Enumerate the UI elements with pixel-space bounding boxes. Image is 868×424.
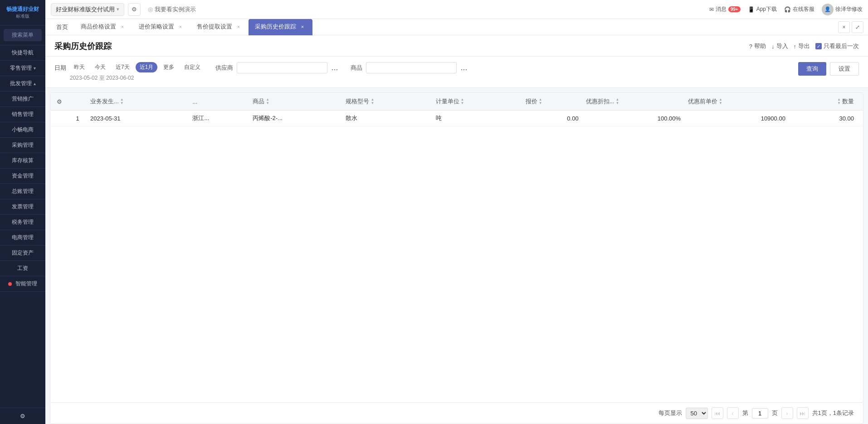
page-actions: ? 帮助 ↓ 导入 ↑ 导出 ✓ 只看最后一次 — [749, 42, 859, 50]
date-btn-7days[interactable]: 近7天 — [112, 62, 134, 72]
tab-close-btn[interactable]: × — [119, 23, 126, 30]
user-icon: 👤 — [824, 6, 831, 12]
sidebar-quick-nav[interactable]: 快捷导航 — [0, 45, 45, 61]
sidebar-item-payroll[interactable]: 工资 — [0, 261, 45, 276]
col-quote-label: 报价 — [526, 97, 537, 106]
tab-controls: × ⤢ — [838, 21, 863, 33]
online-service-btn[interactable]: 🎧 在线客服 — [784, 5, 814, 13]
tab-product-price[interactable]: 商品价格设置 × — [74, 19, 132, 35]
sidebar-item-ecommerce[interactable]: 电商管理 — [0, 230, 45, 246]
cell-quote: 0.00 — [522, 111, 582, 126]
tab-purchase-history[interactable]: 采购历史价跟踪 × — [249, 19, 312, 35]
table-row: 1 2023-05-31 浙江... 丙烯酸-2-... 散水 吨 0.00 1… — [50, 111, 863, 126]
supplier-more-btn[interactable]: ... — [329, 63, 340, 72]
chevron-down-icon: ▾ — [34, 66, 36, 71]
demo-btn[interactable]: ◎ 我要看实例演示 — [148, 5, 196, 14]
cell-unit: 吨 — [432, 111, 522, 126]
col-discount[interactable]: 优惠折扣... ▲▼ — [582, 93, 684, 111]
sidebar-item-fixed-assets[interactable]: 固定资产 — [0, 246, 45, 261]
cell-supplier: 浙江... — [189, 111, 249, 126]
sidebar-search-area[interactable]: 搜索菜单 — [0, 25, 45, 45]
product-input[interactable] — [366, 62, 457, 73]
cell-discount: 100.00% — [582, 111, 684, 126]
app-download-btn[interactable]: 📱 App下载 — [748, 5, 777, 13]
per-page-label: 每页显示 — [658, 409, 682, 417]
import-btn[interactable]: ↓ 导入 — [771, 42, 788, 50]
col-pre-discount-price[interactable]: 优惠前单价 ▲▼ — [684, 93, 789, 111]
page-label-prefix: 第 — [742, 409, 748, 417]
pagination: 每页显示 50 ⏮ ‹ 第 页 › ⏭ 共1页，1条记录 — [50, 403, 863, 424]
sort-icon: ▲▼ — [120, 98, 124, 105]
col-discount-label: 优惠折扣... — [586, 97, 614, 106]
date-btn-custom[interactable]: 自定义 — [180, 62, 205, 72]
message-btn[interactable]: ✉ 消息 99+ — [709, 5, 741, 13]
prev-page-btn[interactable]: ‹ — [727, 407, 739, 419]
sort-icon: ▲▼ — [615, 98, 619, 105]
per-page-select[interactable]: 50 — [686, 408, 708, 419]
sidebar-item-retail[interactable]: 零售管理 ▾ — [0, 61, 45, 76]
tab-close-btn[interactable]: × — [177, 23, 184, 30]
tab-sale-price[interactable]: 售价提取设置 × — [190, 19, 249, 35]
date-options: 昨天 今天 近7天 近1月 更多 自定义 2023-05-02 至 2023-0… — [70, 62, 205, 82]
page-input[interactable] — [752, 408, 768, 419]
sidebar-item-wholesale[interactable]: 批发管理 ▴ — [0, 76, 45, 92]
date-btn-more[interactable]: 更多 — [159, 62, 178, 72]
page-total: 共1页，1条记录 — [812, 409, 854, 417]
sidebar-item-smart[interactable]: 智能管理 — [0, 276, 45, 292]
sidebar-item-marketing[interactable]: 营销推广 — [0, 92, 45, 107]
export-btn[interactable]: ↑ 导出 — [794, 42, 810, 50]
topbar-settings-btn[interactable]: ⚙ — [128, 3, 141, 16]
sidebar-item-inventory[interactable]: 库存核算 — [0, 153, 45, 169]
sidebar-item-finance[interactable]: 资金管理 — [0, 169, 45, 184]
supplier-input[interactable] — [237, 62, 327, 73]
filter-actions: 查询 设置 — [798, 62, 859, 76]
sidebar-item-ecommerce-small[interactable]: 小畅电商 — [0, 122, 45, 138]
tab-expand-btn[interactable]: ⤢ — [852, 21, 863, 33]
version-selector[interactable]: 好业财标准版交付试用 ▾ — [51, 3, 124, 16]
sidebar-item-invoice[interactable]: 发票管理 — [0, 199, 45, 215]
col-quantity[interactable]: ▲▼ 数量 — [789, 93, 863, 111]
table-container: ⚙ 业务发生... ▲▼ ... — [50, 92, 863, 403]
sidebar-item-accounting[interactable]: 总账管理 — [0, 184, 45, 199]
col-more[interactable]: ... — [189, 93, 249, 111]
app-edition: 标准版 — [4, 13, 42, 19]
search-menu-btn[interactable]: 搜索菜单 — [4, 29, 42, 41]
sort-icon: ▲▼ — [539, 98, 542, 105]
cell-seq: 1 — [68, 111, 87, 126]
col-spec[interactable]: 规格型号 ▲▼ — [342, 93, 432, 111]
date-filter-label: 日期 — [54, 62, 66, 72]
col-product[interactable]: 商品 ▲▼ — [249, 93, 342, 111]
filter-bar: 日期 昨天 今天 近7天 近1月 更多 自定义 2023-05-02 至 202… — [45, 57, 868, 88]
sidebar-item-sales[interactable]: 销售管理 — [0, 107, 45, 122]
product-input-group: ... — [366, 62, 469, 73]
col-product-label: 商品 — [253, 97, 264, 106]
tab-home[interactable]: 首页 — [50, 19, 74, 35]
col-unit[interactable]: 计量单位 ▲▼ — [432, 93, 522, 111]
product-more-btn[interactable]: ... — [458, 63, 469, 72]
col-settings[interactable]: ⚙ — [50, 93, 68, 111]
col-date[interactable]: 业务发生... ▲▼ — [87, 93, 189, 111]
col-quantity-label: 数量 — [842, 97, 854, 106]
next-page-btn[interactable]: › — [781, 407, 793, 419]
only-last-toggle[interactable]: ✓ 只看最后一次 — [815, 42, 859, 50]
sidebar-bottom-settings[interactable]: ⚙ — [0, 408, 45, 424]
tab-purchase-strategy[interactable]: 进价策略设置 × — [132, 19, 190, 35]
date-btn-yesterday[interactable]: 昨天 — [70, 62, 89, 72]
tab-label: 商品价格设置 — [81, 23, 116, 31]
col-quote[interactable]: 报价 ▲▼ — [522, 93, 582, 111]
sidebar-item-purchase[interactable]: 采购管理 — [0, 138, 45, 153]
help-btn[interactable]: ? 帮助 — [749, 42, 766, 50]
user-menu[interactable]: 👤 徐泽华修改 — [822, 4, 863, 15]
date-btn-group: 昨天 今天 近7天 近1月 更多 自定义 — [70, 62, 205, 72]
sidebar-item-tax[interactable]: 税务管理 — [0, 215, 45, 230]
tab-close-btn[interactable]: × — [299, 23, 306, 30]
tab-close-btn[interactable]: × — [235, 23, 242, 30]
app-download-label: App下载 — [756, 5, 777, 13]
settings-btn[interactable]: 设置 — [830, 62, 859, 76]
first-page-btn[interactable]: ⏮ — [712, 407, 723, 419]
tab-close-current-btn[interactable]: × — [838, 21, 850, 33]
last-page-btn[interactable]: ⏭ — [797, 407, 809, 419]
date-btn-1month[interactable]: 近1月 — [136, 62, 158, 72]
query-btn[interactable]: 查询 — [798, 62, 826, 76]
date-btn-today[interactable]: 今天 — [91, 62, 110, 72]
